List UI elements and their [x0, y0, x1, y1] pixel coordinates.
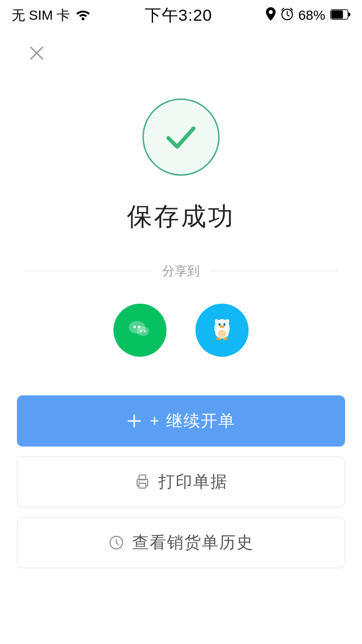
history-icon	[108, 534, 125, 551]
carrier-text: 无 SIM 卡	[12, 6, 70, 25]
plus-icon	[126, 413, 142, 429]
svg-point-30	[139, 481, 140, 483]
alarm-icon	[281, 7, 293, 24]
battery-text: 68%	[298, 8, 325, 23]
continue-button[interactable]: + 继续开单	[17, 395, 345, 447]
share-icons-row	[113, 304, 249, 357]
svg-point-22	[223, 338, 228, 340]
print-button[interactable]: 打印单据	[17, 456, 345, 507]
status-bar: 无 SIM 卡 下午3:20 68%	[0, 0, 362, 31]
battery-icon	[330, 8, 350, 23]
wechat-share-button[interactable]	[113, 304, 167, 357]
svg-point-9	[138, 326, 140, 328]
svg-point-15	[219, 324, 220, 325]
success-title: 保存成功	[127, 200, 235, 234]
svg-rect-2	[331, 11, 343, 19]
continue-label: + 继续开单	[150, 410, 235, 432]
svg-point-24	[225, 319, 229, 324]
svg-point-10	[140, 330, 142, 332]
share-divider: 分享到	[0, 263, 362, 280]
svg-point-20	[218, 330, 226, 337]
location-icon	[265, 7, 276, 24]
svg-point-17	[224, 324, 225, 325]
success-icon-circle	[142, 98, 220, 176]
history-label: 查看销货单历史	[132, 532, 254, 554]
share-label: 分享到	[162, 263, 200, 280]
action-buttons: + 继续开单 打印单据 查看销货单历史	[17, 395, 345, 568]
svg-point-8	[134, 326, 136, 328]
wifi-icon	[75, 8, 91, 24]
status-right: 68%	[265, 7, 350, 24]
divider-line-right	[209, 271, 338, 271]
status-left: 无 SIM 卡	[12, 6, 91, 25]
qq-share-button[interactable]	[195, 304, 249, 357]
svg-point-21	[216, 338, 221, 340]
print-label: 打印单据	[158, 471, 228, 493]
svg-point-23	[215, 319, 219, 324]
share-section: 分享到	[0, 263, 362, 357]
svg-point-11	[144, 330, 146, 332]
print-icon	[134, 474, 151, 490]
close-button[interactable]	[22, 39, 51, 68]
svg-rect-29	[139, 483, 146, 488]
main-content: 保存成功 分享到	[0, 31, 362, 568]
history-button[interactable]: 查看销货单历史	[17, 517, 345, 568]
status-time: 下午3:20	[145, 4, 212, 27]
divider-line-left	[24, 271, 153, 271]
